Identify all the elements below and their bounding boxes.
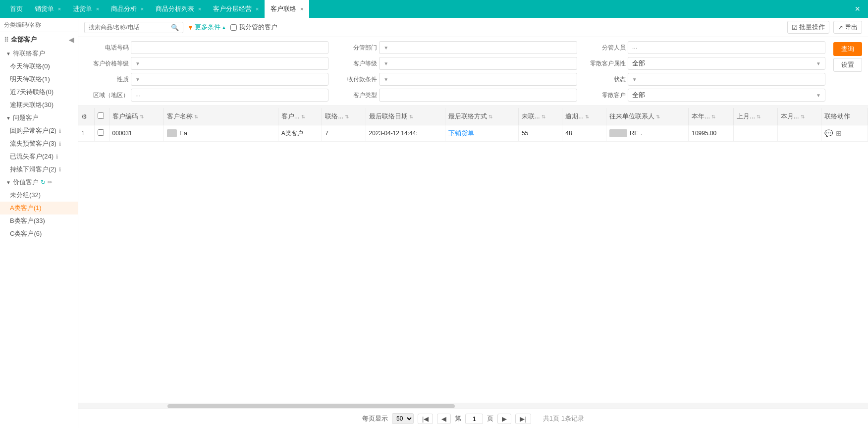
query-button[interactable]: 查询 (833, 42, 862, 56)
sidebar-item-c-class[interactable]: C类客户(6) (0, 227, 78, 240)
last-page-btn[interactable]: ▶| (515, 414, 531, 424)
close-customer-layering-tab[interactable]: × (256, 6, 259, 12)
nav-purchase[interactable]: 进货单 × (67, 0, 105, 18)
collapse-icon[interactable]: ◀ (69, 36, 74, 44)
sort-icon4: ⇅ (345, 114, 349, 119)
my-customers-label: 我分管的客户 (239, 23, 277, 32)
th-last-contact-date[interactable]: 最后联络日期 ⇅ (366, 108, 445, 125)
customer-name[interactable]: Ea (179, 129, 187, 137)
th-last-month[interactable]: 上月... ⇅ (734, 108, 777, 125)
th-overdue-label: 逾期... (565, 112, 584, 120)
scatter-select[interactable]: 全部 ▼ (628, 89, 825, 102)
prev-page-btn[interactable]: ◀ (437, 414, 451, 424)
customer-grade-select[interactable]: ▼ (379, 57, 577, 70)
scatter-attr-arrow: ▼ (816, 61, 821, 66)
dept-label: 分管部门 (332, 44, 377, 52)
row-checkbox[interactable] (98, 129, 104, 136)
nav-customer-layering[interactable]: 客户分层经营 × (207, 0, 265, 18)
sort-icon2: ⇅ (194, 114, 198, 119)
scrollbar-thumb[interactable] (167, 404, 455, 408)
per-page-select[interactable]: 50 (392, 413, 414, 424)
triangle-icon3: ▼ (6, 180, 11, 185)
sidebar-item-7days[interactable]: 近7天待联络(0) (0, 86, 78, 99)
nav-product-analysis-list[interactable]: 商品分析列表 × (150, 0, 207, 18)
group-value-customers[interactable]: ▼ 价值客户 ↻ ✏ (0, 176, 78, 189)
payment-select[interactable]: ▼ (379, 73, 577, 86)
sidebar-item-overdue[interactable]: 逾期未联络(30) (0, 99, 78, 111)
first-page-btn[interactable]: |◀ (418, 414, 433, 424)
page-label: 第 (455, 414, 461, 423)
th-last-contact-method[interactable]: 最后联络方式 ⇅ (445, 108, 519, 125)
dept-select[interactable]: ▼ (379, 41, 577, 54)
page-input[interactable] (465, 414, 483, 424)
grid-icon[interactable]: ⊞ (836, 129, 842, 137)
status-select[interactable]: ▼ (628, 73, 825, 86)
settings-icon[interactable]: ⚙ (81, 113, 87, 120)
close-purchase-tab[interactable]: × (96, 6, 99, 12)
th-code[interactable]: 客户编码 ⇅ (109, 108, 163, 125)
refresh-icon[interactable]: ↻ (41, 179, 46, 186)
my-customers-checkbox[interactable] (230, 24, 237, 31)
th-uncontact-days[interactable]: 未联... ⇅ (518, 108, 562, 125)
sidebar-item-today[interactable]: 今天待联络(0) (0, 60, 78, 73)
settings-button[interactable]: 设置 (833, 58, 862, 72)
region-input[interactable]: ··· (131, 89, 328, 102)
sidebar-search-input[interactable] (4, 21, 78, 28)
sidebar-item-churned[interactable]: 已流失客户(24) ℹ (0, 150, 78, 163)
sidebar-search-bar: 🔍 (0, 18, 78, 32)
scatter-attr-select[interactable]: 全部 ▼ (628, 57, 825, 70)
export-button[interactable]: ↗ 导出 (833, 21, 862, 34)
batch-operation-button[interactable]: ☑ 批量操作 (787, 21, 829, 34)
horizontal-scrollbar[interactable] (78, 403, 868, 409)
nav-sales[interactable]: 销货单 × (29, 0, 67, 18)
sort-icon3: ⇅ (301, 114, 305, 119)
sidebar-item-tomorrow[interactable]: 明天待联络(1) (0, 73, 78, 86)
price-grade-select[interactable]: ▼ (131, 57, 328, 70)
phone-input[interactable] (131, 41, 328, 54)
th-contact-count[interactable]: 联络... ⇅ (322, 108, 366, 125)
filter-col-customer-grade: 客户等级 ▼ (332, 57, 577, 70)
close-product-analysis-list-tab[interactable]: × (198, 6, 201, 12)
th-customer-type[interactable]: 客户... ⇅ (278, 108, 322, 125)
nav-home[interactable]: 首页 (4, 0, 29, 18)
close-customer-contact-tab[interactable]: × (300, 6, 303, 12)
group-pending-contact[interactable]: ▼ 待联络客户 (0, 47, 78, 60)
comment-icon[interactable]: 💬 (824, 129, 833, 137)
td-overdue: 48 (562, 125, 606, 142)
sidebar-item-churn-warning[interactable]: 流失预警客户(3) ℹ (0, 137, 78, 150)
name-placeholder-icon (167, 129, 177, 137)
last-contact-method-link[interactable]: 下销货单 (448, 129, 474, 137)
nav-customer-contact[interactable]: 客户联络 × (265, 0, 309, 18)
select-all-checkbox[interactable] (98, 112, 104, 119)
sidebar-item-abnormal-repurchase[interactable]: 回购异常客户(2) ℹ (0, 124, 78, 137)
top-navigation: 首页 销货单 × 进货单 × 商品分析 × 商品分析列表 × 客户分层经营 × … (0, 0, 868, 18)
all-customers-header[interactable]: ⠿ 全部客户 ◀ (0, 32, 78, 47)
next-page-btn[interactable]: ▶ (497, 414, 511, 424)
sidebar-item-a-class[interactable]: A类客户(1) (0, 202, 78, 214)
td-contact-count: 7 (322, 125, 366, 142)
nav-product-analysis[interactable]: 商品分析 × (105, 0, 150, 18)
nature-select[interactable]: ▼ (131, 73, 328, 86)
window-close-button[interactable]: × (851, 4, 864, 14)
th-contact-person[interactable]: 往来单位联系人 ⇅ (606, 108, 689, 125)
th-this-month[interactable]: 本月... ⇅ (777, 108, 821, 125)
customer-type-input[interactable] (379, 89, 577, 102)
sidebar-item-declining[interactable]: 持续下滑客户(2) ℹ (0, 163, 78, 176)
sidebar-item-ungrouped[interactable]: 未分组(32) (0, 189, 78, 202)
sidebar-item-b-class[interactable]: B类客户(33) (0, 214, 78, 227)
payment-arrow: ▼ (383, 77, 388, 82)
close-product-analysis-tab[interactable]: × (141, 6, 144, 12)
search-input[interactable] (89, 24, 171, 31)
close-sales-tab[interactable]: × (58, 6, 61, 12)
filter-col-payment: 收付款条件 ▼ (332, 73, 577, 86)
search-icon[interactable]: 🔍 (171, 24, 179, 31)
th-name-label: 客户名称 (167, 112, 193, 120)
th-name[interactable]: 客户名称 ⇅ (163, 108, 278, 125)
th-this-year[interactable]: 本年... ⇅ (689, 108, 734, 125)
th-overdue[interactable]: 逾期... ⇅ (562, 108, 606, 125)
group-problem-customers[interactable]: ▼ 问题客户 (0, 111, 78, 124)
edit-icon[interactable]: ✏ (48, 179, 53, 186)
more-conditions-btn[interactable]: ▼ 更多条件 ▲ (187, 23, 226, 32)
price-grade-arrow: ▼ (135, 61, 140, 66)
manager-input[interactable]: ··· (628, 41, 825, 54)
